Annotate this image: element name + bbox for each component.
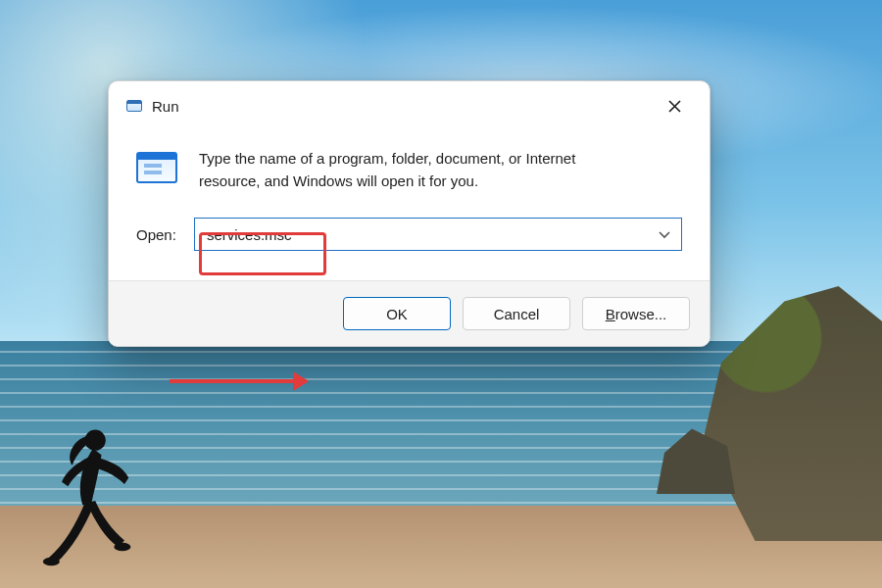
run-app-icon (136, 152, 177, 183)
open-label: Open: (136, 226, 176, 243)
dialog-footer: OK Cancel Browse... (109, 280, 710, 346)
titlebar[interactable]: Run (109, 81, 710, 126)
open-combobox[interactable] (194, 218, 682, 251)
browse-button[interactable]: Browse... (582, 297, 690, 330)
run-dialog-icon (126, 100, 142, 112)
ok-button[interactable]: OK (343, 297, 451, 330)
cancel-button[interactable]: Cancel (463, 297, 570, 330)
browse-button-label: Browse... (606, 306, 667, 322)
dialog-description: Type the name of a program, folder, docu… (199, 148, 620, 192)
svg-point-2 (43, 558, 60, 566)
close-button[interactable] (653, 91, 696, 121)
ok-button-label: OK (386, 306, 408, 322)
run-dialog: Run Type the name of a program, folder, … (108, 80, 710, 347)
cancel-button-label: Cancel (494, 306, 540, 322)
close-icon (668, 100, 681, 113)
chevron-down-icon[interactable] (658, 227, 671, 241)
wallpaper-runner (39, 421, 147, 578)
window-title: Run (152, 98, 179, 115)
open-input[interactable] (205, 225, 658, 244)
svg-point-1 (114, 543, 130, 552)
